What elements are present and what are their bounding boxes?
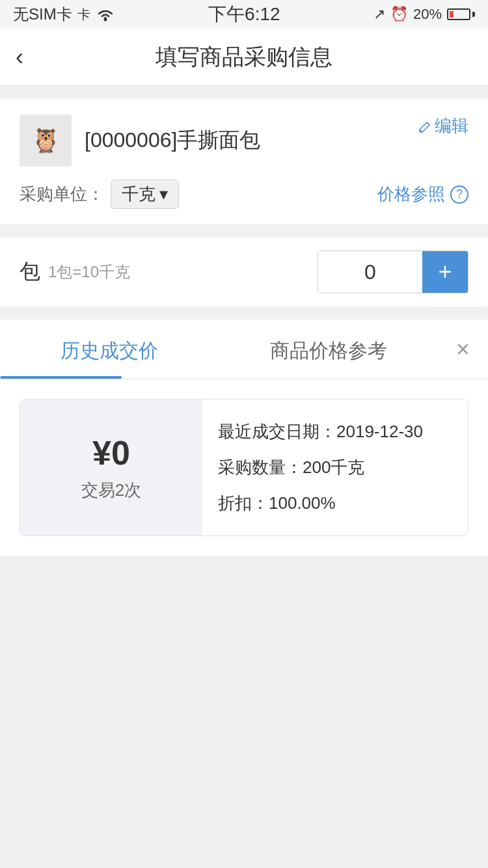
unit-value: 千克	[122, 183, 156, 206]
location-icon: ↗	[373, 6, 385, 23]
bottom-spacer	[0, 556, 488, 868]
tab-section: 历史成交价 商品价格参考 × ¥0 交易2次 最近成交日期：2019-12-30…	[0, 319, 488, 556]
tab-active-indicator	[0, 376, 122, 379]
quantity-input[interactable]	[318, 251, 422, 293]
unit-row-left: 采购单位： 千克 ▾	[20, 180, 179, 209]
product-header: 🦉 [0000006]手撕面包 编辑	[20, 115, 468, 167]
product-unit-row: 采购单位： 千克 ▾ 价格参照 ?	[20, 180, 468, 209]
discount-label: 折扣：	[218, 493, 269, 513]
status-carrier: 无SIM卡 卡	[13, 4, 115, 25]
status-time: 下午6:12	[208, 2, 280, 27]
recent-date-label: 最近成交日期：	[218, 422, 336, 441]
quantity-control: +	[318, 251, 468, 293]
tab-close-button[interactable]: ×	[438, 336, 488, 363]
status-right-icons: ↗ ⏰ 20%	[373, 6, 475, 23]
wifi-icon	[96, 7, 115, 21]
tab-history-price[interactable]: 历史成交价	[0, 319, 219, 379]
help-circle-icon: ?	[450, 185, 468, 204]
unit-select-dropdown[interactable]: 千克 ▾	[111, 180, 179, 209]
nav-bar: ‹ 填写商品采购信息	[0, 29, 488, 86]
purchase-qty-value: 200千克	[303, 457, 364, 477]
battery-icon	[447, 8, 475, 20]
unit-label: 采购单位：	[20, 183, 104, 206]
price-currency-symbol: ¥	[92, 434, 111, 472]
status-bar: 无SIM卡 卡 下午6:12 ↗ ⏰ 20%	[0, 0, 488, 29]
tab-product-price-ref[interactable]: 商品价格参考	[219, 319, 437, 379]
dropdown-arrow-icon: ▾	[159, 184, 168, 204]
price-card: ¥0 交易2次 最近成交日期：2019-12-30 采购数量：200千克 折扣：…	[20, 399, 468, 536]
tab-bar: 历史成交价 商品价格参考 ×	[0, 319, 488, 379]
edit-icon	[418, 119, 432, 133]
price-value: 0	[111, 434, 130, 472]
sim-icon: 卡	[77, 6, 90, 23]
svg-point-0	[103, 18, 107, 21]
purchase-qty-label: 采购数量：	[218, 457, 303, 477]
price-card-section: ¥0 交易2次 最近成交日期：2019-12-30 采购数量：200千克 折扣：…	[0, 379, 488, 556]
recent-date-value: 2019-12-30	[336, 422, 423, 441]
edit-button[interactable]: 编辑	[418, 115, 468, 137]
product-thumbnail: 🦉	[20, 115, 72, 167]
purchase-qty-row: 采购数量：200千克	[218, 455, 452, 480]
tab-history-price-label: 历史成交价	[61, 340, 158, 361]
carrier-text: 无SIM卡	[13, 4, 72, 25]
tab-product-price-ref-label: 商品价格参考	[270, 340, 387, 361]
edit-label: 编辑	[435, 115, 468, 137]
product-section: 🦉 [0000006]手撕面包 编辑 采购单位： 千克 ▾ 价格参照 ?	[0, 99, 488, 224]
price-card-left: ¥0 交易2次	[20, 400, 202, 536]
quantity-unit-hint: 1包=10千克	[48, 262, 130, 282]
alarm-icon: ⏰	[390, 6, 408, 23]
quantity-section: 包 1包=10千克 +	[0, 237, 488, 306]
recent-date-row: 最近成交日期：2019-12-30	[218, 419, 452, 444]
battery-percent: 20%	[413, 6, 442, 23]
quantity-unit: 包	[20, 258, 40, 286]
back-button[interactable]: ‹	[16, 44, 23, 71]
product-name: [0000006]手撕面包	[85, 126, 260, 155]
quantity-label: 包 1包=10千克	[20, 258, 130, 286]
price-card-right: 最近成交日期：2019-12-30 采购数量：200千克 折扣：100.00%	[202, 400, 468, 536]
quantity-plus-button[interactable]: +	[422, 251, 468, 293]
price-ref-label: 价格参照	[377, 183, 445, 206]
product-logo-icon: 🦉	[31, 127, 61, 154]
discount-row: 折扣：100.00%	[218, 491, 452, 516]
transaction-count: 交易2次	[81, 479, 141, 502]
price-ref-button[interactable]: 价格参照 ?	[377, 183, 468, 206]
page-title: 填写商品采购信息	[156, 42, 332, 72]
product-left: 🦉 [0000006]手撕面包	[20, 115, 260, 167]
discount-value: 100.00%	[269, 493, 336, 513]
price-amount: ¥0	[92, 433, 130, 472]
